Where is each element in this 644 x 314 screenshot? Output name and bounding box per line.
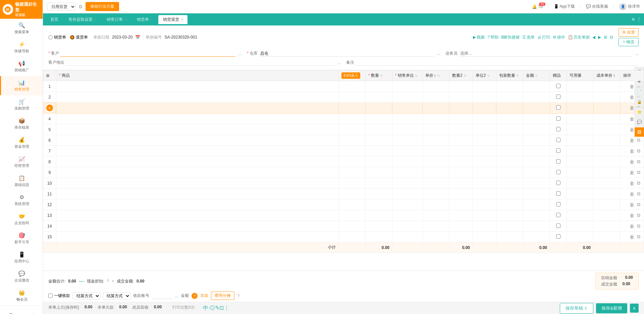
copy-btn[interactable]: ⧉	[636, 212, 641, 219]
right-float-message[interactable]: 💬	[635, 117, 644, 127]
unit2-cell-2[interactable]	[473, 92, 496, 103]
delete-btn[interactable]: 🗑	[629, 115, 635, 122]
tab-price-extract[interactable]: 售价提取设置 ×	[64, 15, 101, 24]
toolbar-select[interactable]: ☰ 选单	[522, 35, 535, 40]
tab-sales-order[interactable]: 销售订单 ×	[102, 15, 131, 24]
date-picker-icon[interactable]: 📅	[135, 35, 140, 40]
calc-method-select[interactable]: 结算方式	[73, 292, 100, 300]
delete-row-2-btn[interactable]: 🗑	[629, 93, 635, 101]
delete-row-3-btn[interactable]: 🗑	[629, 105, 635, 112]
sidebar-item-basic[interactable]: 📋 基础信息	[0, 172, 43, 191]
copy-btn[interactable]: ⧉	[636, 223, 641, 230]
sidebar-collapse-btn[interactable]: ◀	[26, 308, 38, 314]
cost-cell-3[interactable]	[594, 103, 621, 114]
available-cell-2[interactable]	[567, 92, 594, 103]
product-cell-3[interactable]	[56, 103, 339, 114]
sidebar-item-ops[interactable]: 📈 经营管理	[0, 152, 43, 172]
cost-cell-2[interactable]	[594, 92, 621, 103]
add-payment-btn[interactable]: +	[192, 293, 198, 299]
available-cell-3[interactable]	[567, 103, 594, 114]
sale-unit-cell-3[interactable]	[392, 103, 423, 114]
amount-cell-2[interactable]	[523, 92, 550, 103]
qty2-cell-2[interactable]	[449, 92, 473, 103]
notification-bell[interactable]: 🔔 70 70	[532, 4, 543, 9]
qty-cell-3[interactable]	[366, 103, 392, 114]
unit2-cell-3[interactable]	[473, 103, 496, 114]
sidebar-item-guide[interactable]: 🎯 新手引导	[0, 229, 43, 248]
delete-btn[interactable]: 🗑	[629, 212, 635, 219]
save-new-btn[interactable]: 保存&新增	[596, 303, 627, 313]
warehouse-dots-btn[interactable]: ...	[437, 51, 440, 56]
tab-sales-return[interactable]: 销货退货 ×	[158, 15, 188, 24]
tab-home[interactable]: 首页	[46, 15, 63, 24]
sum-method-select[interactable]: 结算方式	[103, 292, 130, 300]
toolbar-help[interactable]: ? 帮助	[487, 35, 498, 40]
customer-dots-btn[interactable]: ...	[238, 51, 241, 56]
row-add-3[interactable]: +	[43, 103, 56, 113]
sidebar-item-marketing[interactable]: 📢 营销推广	[0, 57, 43, 76]
gift-cell-1[interactable]	[550, 81, 567, 92]
price-cell-2[interactable]	[423, 92, 449, 103]
toolbar-grid1[interactable]: ⊞	[604, 35, 607, 40]
remark-input[interactable]	[356, 59, 639, 66]
account-no-input[interactable]	[152, 293, 172, 299]
qty2-cell-1[interactable]	[449, 81, 473, 92]
sidebar-item-sales[interactable]: 📊 销售管理	[0, 76, 43, 95]
toolbar-grid2[interactable]: ⊟	[610, 35, 613, 40]
product-cell-2[interactable]	[56, 92, 339, 103]
sidebar-item-search[interactable]: 🔍 搜索菜单	[0, 19, 43, 38]
toolbar-prev[interactable]: ◀	[592, 35, 595, 40]
toolbar-history[interactable]: 📋 历史单据	[568, 35, 590, 40]
sidebar-item-inventory[interactable]: 📦 库存核算	[0, 114, 43, 133]
delete-btn[interactable]: 🗑	[629, 180, 635, 187]
sidebar-item-collab[interactable]: 🤝 企业协同	[0, 210, 43, 229]
user-menu[interactable]: 👤 徐泽华	[619, 3, 640, 10]
toolbar-print[interactable]: 🖨 打印	[537, 35, 550, 40]
logistics-btn[interactable]: + 物流	[619, 38, 639, 46]
copy-btn[interactable]: ⧉	[636, 158, 641, 165]
sidebar-item-quicknav[interactable]: ⚡ 快捷导航	[0, 38, 43, 57]
right-float-lock[interactable]: 🔒	[635, 97, 644, 107]
sale-unit-cell-1[interactable]	[392, 81, 423, 92]
amount-cell-3[interactable]	[523, 103, 550, 114]
save-new-chevron-btn[interactable]: ∧	[630, 304, 639, 313]
product-input-3[interactable]	[59, 106, 336, 111]
copy-btn[interactable]: ⧉	[636, 180, 641, 187]
sidebar-item-purchase[interactable]: 🛒 采购管理	[0, 95, 43, 114]
gift-cell-3[interactable]	[550, 103, 567, 114]
sidebar-item-appstore[interactable]: 📱 应用中心	[0, 248, 43, 267]
right-float-star[interactable]: ⭐	[635, 107, 644, 117]
one-click-checkbox[interactable]: 一键收款	[48, 293, 70, 299]
industry-select[interactable]: 日用百货	[47, 3, 76, 11]
toolbar-shortcut[interactable]: ⌨ 快捷键	[501, 35, 520, 40]
right-float-doc[interactable]: 📄	[635, 87, 644, 97]
copy-btn[interactable]: ⧉	[636, 233, 641, 240]
customer-input[interactable]	[60, 50, 235, 57]
tab-sales-close[interactable]: ×	[151, 18, 153, 21]
tab-close-all-btn[interactable]: ✕	[631, 17, 635, 22]
sale-unit-cell-2[interactable]	[392, 92, 423, 103]
product-cell-1[interactable]	[56, 81, 339, 92]
delete-btn[interactable]: 🗑	[629, 126, 635, 133]
experience-btn[interactable]: 体验行业方案	[86, 2, 119, 11]
app-download-link[interactable]: 📱 App下载	[554, 4, 575, 9]
delete-btn[interactable]: 🗑	[629, 201, 635, 208]
tab-price-extract-close[interactable]: ×	[95, 18, 97, 21]
delete-btn[interactable]: 🗑	[629, 223, 635, 230]
available-cell-1[interactable]	[567, 81, 594, 92]
toolbar-video[interactable]: ▶ 视频	[473, 35, 485, 40]
delete-btn[interactable]: 🗑	[629, 137, 635, 144]
topbar-gear-icon[interactable]: ⚙	[78, 4, 83, 9]
price-cell-3[interactable]	[423, 103, 449, 114]
qty-cell-1[interactable]	[366, 81, 392, 92]
pack-cell-3[interactable]	[496, 103, 523, 114]
online-service-link[interactable]: 💬 在线客服	[586, 4, 608, 9]
radio-sales[interactable]: 销货单	[48, 35, 66, 40]
qty2-cell-3[interactable]	[449, 103, 473, 114]
cost-cell-1[interactable]	[594, 81, 621, 92]
tab-sales-return-close[interactable]: ×	[181, 18, 183, 21]
tab-sales[interactable]: 销货单 ×	[132, 15, 158, 24]
salesperson-dots-btn[interactable]: ...	[635, 51, 639, 56]
setting-btn[interactable]: ⚙ 设置	[619, 28, 639, 37]
address-input[interactable]	[66, 59, 335, 66]
